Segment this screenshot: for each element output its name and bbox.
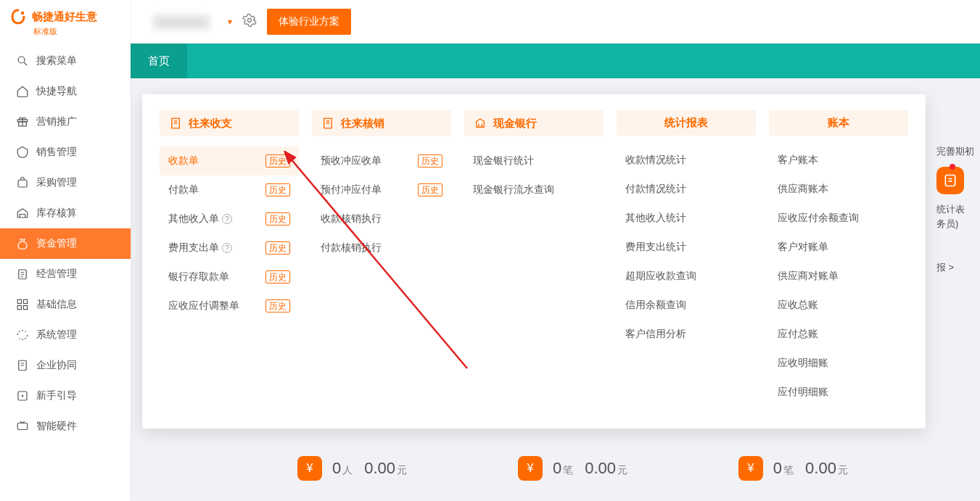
mm-item[interactable]: 付款核销执行 bbox=[312, 233, 451, 262]
mm-col2-list: 预收冲应收单历史预付冲应付单历史收款核销执行付款核销执行 bbox=[312, 146, 451, 262]
mm-title-text: 账本 bbox=[828, 116, 849, 130]
mm-item[interactable]: 应收明细账 bbox=[769, 349, 908, 378]
stat-amount: 0.00 bbox=[364, 459, 395, 477]
sidebar-item-collab[interactable]: 企业协同 bbox=[0, 350, 131, 381]
sidebar-item-label: 新手引导 bbox=[36, 389, 77, 402]
history-button[interactable]: 历史 bbox=[418, 154, 442, 167]
notification-dot-icon bbox=[950, 164, 955, 170]
svg-rect-4 bbox=[18, 180, 27, 187]
svg-rect-9 bbox=[24, 306, 28, 310]
mm-title-text: 统计报表 bbox=[664, 116, 708, 130]
stat-count: 0 bbox=[553, 459, 561, 477]
right-clipped-panel: 完善期初 统计表 务员) 报 > bbox=[936, 145, 980, 274]
mm-title-cash: 现金银行 bbox=[464, 110, 604, 136]
org-switcher[interactable]: xxxxxxxx bbox=[145, 10, 218, 34]
stat-count: 0 bbox=[773, 459, 782, 477]
mm-item[interactable]: 现金银行流水查询 bbox=[464, 175, 604, 204]
stat-unit: 人 bbox=[342, 464, 353, 476]
mm-title-text: 往来收支 bbox=[189, 117, 232, 131]
mm-item[interactable]: 付款情况统计 bbox=[617, 175, 756, 204]
history-button[interactable]: 历史 bbox=[265, 299, 290, 312]
chevron-down-icon[interactable]: ▾ bbox=[228, 17, 232, 27]
mm-item[interactable]: 现金银行统计 bbox=[464, 146, 604, 175]
mm-item-label: 其他收入统计 bbox=[625, 212, 686, 225]
mm-item-label: 供应商对账单 bbox=[778, 270, 839, 283]
sidebar-item-label: 快捷导航 bbox=[36, 85, 77, 98]
search-icon bbox=[16, 54, 29, 67]
mm-item[interactable]: 付款单历史 bbox=[160, 175, 299, 204]
sidebar-item-purchase[interactable]: 采购管理 bbox=[0, 167, 131, 198]
svg-point-0 bbox=[21, 12, 24, 15]
mm-item[interactable]: 其他收入单?历史 bbox=[160, 204, 299, 233]
mm-item[interactable]: 其他收入统计 bbox=[617, 204, 756, 233]
sidebar-item-funds[interactable]: 资金管理 bbox=[0, 228, 131, 259]
history-button[interactable]: 历史 bbox=[418, 183, 442, 196]
mm-item[interactable]: 银行存取款单历史 bbox=[160, 262, 299, 291]
history-button[interactable]: 历史 bbox=[265, 183, 290, 196]
mm-item[interactable]: 应付明细账 bbox=[769, 378, 908, 407]
mm-item-label: 收款单 bbox=[168, 154, 199, 167]
mm-item[interactable]: 应收总账 bbox=[769, 291, 908, 320]
mm-item-label: 付款核销执行 bbox=[321, 241, 382, 254]
mm-item[interactable]: 预收冲应收单历史 bbox=[312, 146, 451, 175]
receipt-icon bbox=[321, 116, 335, 131]
history-button[interactable]: 历史 bbox=[265, 212, 290, 225]
nav: 搜索菜单 快捷导航 营销推广 销售管理 采购管理 库存核算 资金管理 经营管理 … bbox=[0, 41, 131, 442]
mm-item-label: 费用支出统计 bbox=[625, 241, 686, 254]
stat-card-1: ¥ 0人0.00元 bbox=[297, 456, 518, 481]
mm-item-label: 预付冲应付单 bbox=[321, 183, 382, 196]
mm-col4-list: 收款情况统计付款情况统计其他收入统计费用支出统计超期应收款查询信用余额查询客户信… bbox=[617, 146, 756, 349]
mm-item[interactable]: 费用支出单?历史 bbox=[160, 233, 299, 262]
sidebar-item-sales[interactable]: 销售管理 bbox=[0, 137, 131, 167]
megamenu-funds: 往来收支 收款单历史付款单历史其他收入单?历史费用支出单?历史银行存取款单历史应… bbox=[142, 94, 926, 428]
sidebar-item-label: 库存核算 bbox=[36, 207, 77, 220]
sidebar-item-basic-info[interactable]: 基础信息 bbox=[0, 289, 131, 320]
cart-icon bbox=[16, 176, 29, 189]
mm-item-label: 应收明细账 bbox=[778, 357, 828, 370]
tab-home[interactable]: 首页 bbox=[131, 44, 187, 78]
sidebar-item-hardware[interactable]: 智能硬件 bbox=[0, 411, 131, 442]
mm-title-writeoff: 往来核销 bbox=[312, 110, 451, 136]
report-icon[interactable] bbox=[936, 167, 964, 194]
cta-industry-plan[interactable]: 体验行业方案 bbox=[267, 9, 351, 35]
gear-icon[interactable] bbox=[242, 13, 257, 30]
mm-col-cash: 现金银行 现金银行统计现金银行流水查询 bbox=[464, 110, 604, 407]
mm-item[interactable]: 收款核销执行 bbox=[312, 204, 451, 233]
mm-item[interactable]: 应付总账 bbox=[769, 320, 908, 349]
history-button[interactable]: 历史 bbox=[265, 241, 290, 254]
help-icon[interactable]: ? bbox=[222, 214, 232, 224]
money-bag-icon bbox=[16, 237, 29, 250]
sidebar-item-label: 销售管理 bbox=[36, 146, 77, 159]
mm-item[interactable]: 费用支出统计 bbox=[617, 233, 756, 262]
sidebar-item-business[interactable]: 经营管理 bbox=[0, 259, 131, 289]
mm-col5-list: 客户账本供应商账本应收应付余额查询客户对账单供应商对账单应收总账应付总账应收明细… bbox=[769, 146, 908, 407]
refresh-icon bbox=[16, 328, 29, 341]
sidebar-item-search-menu[interactable]: 搜索菜单 bbox=[0, 46, 131, 76]
mm-item[interactable]: 应收应付调整单历史 bbox=[160, 291, 299, 320]
stat-amount-unit: 元 bbox=[838, 464, 848, 476]
mm-item[interactable]: 预付冲应付单历史 bbox=[312, 175, 451, 204]
mm-item[interactable]: 客户信用分析 bbox=[617, 320, 756, 349]
mm-item[interactable]: 信用余额查询 bbox=[617, 291, 756, 320]
mm-item[interactable]: 供应商账本 bbox=[769, 175, 908, 204]
mm-item[interactable]: 供应商对账单 bbox=[769, 262, 908, 291]
mm-item[interactable]: 客户对账单 bbox=[769, 233, 908, 262]
mm-item[interactable]: 超期应收款查询 bbox=[617, 262, 756, 291]
mm-item[interactable]: 应收应付余额查询 bbox=[769, 204, 908, 233]
svg-point-14 bbox=[248, 19, 252, 22]
mm-item-label: 信用余额查询 bbox=[625, 299, 686, 312]
history-button[interactable]: 历史 bbox=[265, 270, 290, 283]
sidebar-item-system[interactable]: 系统管理 bbox=[0, 320, 131, 350]
sidebar-item-marketing[interactable]: 营销推广 bbox=[0, 107, 131, 137]
sidebar-item-newbie[interactable]: 新手引导 bbox=[0, 381, 131, 411]
mm-item[interactable]: 客户账本 bbox=[769, 146, 908, 175]
sidebar-item-quick-nav[interactable]: 快捷导航 bbox=[0, 76, 131, 107]
mm-item-label: 客户账本 bbox=[778, 154, 818, 167]
right-text-c: 报 > bbox=[936, 261, 954, 274]
mm-item[interactable]: 收款情况统计 bbox=[617, 146, 756, 175]
history-button[interactable]: 历史 bbox=[265, 154, 290, 167]
sidebar-item-inventory[interactable]: 库存核算 bbox=[0, 198, 131, 228]
sidebar-item-label: 基础信息 bbox=[36, 298, 77, 311]
mm-item[interactable]: 收款单历史 bbox=[160, 146, 299, 175]
help-icon[interactable]: ? bbox=[222, 243, 232, 253]
